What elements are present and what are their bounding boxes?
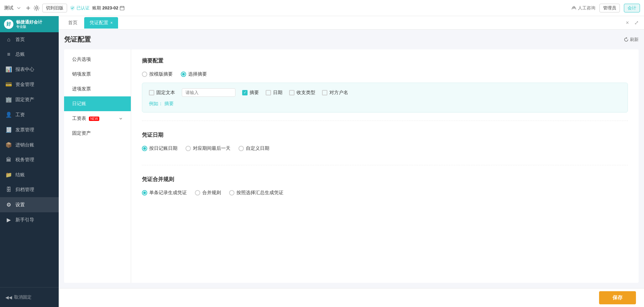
- summary-options-box: 固定文本 ✓ 摘要 日期: [142, 83, 628, 113]
- refresh-icon: [624, 37, 629, 42]
- sidebar-item-closing[interactable]: 📁 结账: [0, 167, 59, 182]
- config-nav-public[interactable]: 公共选项: [64, 52, 131, 67]
- sidebar-item-purchase-sales[interactable]: 📦 进销台账: [0, 137, 59, 152]
- verified-label: 已认证: [76, 5, 90, 11]
- radio-template-summary[interactable]: 按模版摘要: [142, 71, 173, 77]
- fullscreen-btn[interactable]: ⤢: [633, 18, 640, 27]
- checkbox-summary[interactable]: ✓ 摘要: [242, 90, 259, 96]
- bottom-bar: 保存: [59, 288, 644, 307]
- salary-icon: 👤: [5, 112, 12, 118]
- logo-icon: 好: [4, 19, 13, 29]
- sidebar-item-home[interactable]: ⌂ 首页: [0, 32, 59, 47]
- assets-icon: 🏢: [5, 96, 12, 103]
- sidebar-item-salary[interactable]: 👤 工资: [0, 107, 59, 122]
- radio-merge-rule[interactable]: 合并规则: [195, 190, 221, 196]
- invoices-icon: 🧾: [5, 127, 12, 133]
- tabs-right: × ⤢: [625, 18, 640, 27]
- sidebar-collapse-btn[interactable]: ◀◀ 取消固定: [0, 291, 59, 304]
- ledger-icon: ≡: [5, 51, 12, 57]
- top-header: 测试 切到旧版 已认证 账期 2023-02: [0, 0, 644, 16]
- add-icon[interactable]: [25, 5, 31, 11]
- sidebar-label-archive: 归档管理: [15, 187, 34, 193]
- verified-badge: 已认证: [70, 5, 90, 11]
- config-nav-sales[interactable]: 销项发票: [64, 67, 131, 82]
- sidebar-label-purchase-sales: 进销台账: [15, 142, 34, 148]
- consult-label: 人工咨询: [578, 5, 595, 11]
- merge-rules-section: 凭证合并规则 单条记录生成凭证 合并规则: [142, 176, 628, 209]
- logo-line1: 畅捷通好会计: [16, 19, 42, 25]
- date-checkbox: [266, 90, 271, 95]
- sidebar-label-closing: 结账: [15, 172, 25, 178]
- purchase-sales-icon: 📦: [5, 142, 12, 148]
- close-panel-btn[interactable]: ×: [625, 18, 630, 27]
- chevron-down-icon: [119, 117, 123, 121]
- old-version-btn[interactable]: 切到旧版: [42, 4, 67, 12]
- sidebar-label-invoices: 发票管理: [15, 127, 34, 133]
- dropdown-icon[interactable]: [16, 5, 21, 11]
- settings-icon[interactable]: [34, 5, 40, 11]
- manager-btn[interactable]: 管理员: [599, 4, 620, 12]
- sidebar-item-settings[interactable]: ⚙ 设置: [0, 197, 59, 212]
- sidebar-label-salary: 工资: [15, 112, 25, 118]
- example-text: 例如： 摘要: [149, 101, 621, 107]
- save-btn[interactable]: 保存: [599, 291, 636, 304]
- tabs-bar: 首页 凭证配置 × × ⤢: [59, 16, 644, 30]
- closing-icon: 📁: [5, 172, 12, 178]
- headset-icon: [571, 5, 577, 11]
- checkbox-fixed-text[interactable]: 固定文本: [149, 90, 175, 96]
- logo-line2: 专业版: [16, 25, 42, 29]
- tab-home[interactable]: 首页: [63, 17, 83, 29]
- sidebar-item-guide[interactable]: ▶ 新手引导: [0, 212, 59, 227]
- config-nav-payroll[interactable]: 工资表 NEW: [64, 111, 131, 126]
- svg-rect-1: [120, 6, 124, 10]
- company-name: 测试: [4, 5, 13, 11]
- calendar-icon[interactable]: [120, 6, 124, 10]
- checkbox-date[interactable]: 日期: [266, 90, 282, 96]
- merge-rules-title: 凭证合并规则: [142, 176, 628, 183]
- config-nav-fixed-assets[interactable]: 固定资产: [64, 126, 131, 141]
- page-header: 凭证配置 刷新: [64, 35, 639, 44]
- fixed-text-input[interactable]: [182, 88, 235, 97]
- checkbox-income-type[interactable]: 收支类型: [289, 90, 315, 96]
- consult-btn[interactable]: 人工咨询: [571, 5, 595, 11]
- sidebar-scroll: ⌂ 首页 ≡ 总账 📊 报表中心 💳 资金管理 🏢 固定资产 👤 工资: [0, 32, 59, 287]
- sidebar-item-reports[interactable]: 📊 报表中心: [0, 62, 59, 77]
- sidebar-label-assets: 固定资产: [15, 97, 34, 103]
- summary-radio-group: 按模版摘要 选择摘要: [142, 71, 628, 77]
- home-icon: ⌂: [5, 37, 12, 43]
- tab-close-icon[interactable]: ×: [110, 20, 113, 25]
- radio-custom-date[interactable]: 自定义日期: [238, 145, 269, 151]
- sidebar-item-funds[interactable]: 💳 资金管理: [0, 77, 59, 92]
- sidebar-item-archive[interactable]: 🗄 归档管理: [0, 182, 59, 197]
- summary-options-row: 固定文本 ✓ 摘要 日期: [149, 88, 621, 97]
- radio-aggregate[interactable]: 按照选择汇总生成凭证: [229, 190, 283, 196]
- page-title: 凭证配置: [64, 35, 91, 44]
- counterpart-checkbox: [322, 90, 327, 95]
- page-content: 凭证配置 刷新 公共选项 销项发票: [59, 30, 644, 288]
- merge-rules-radio-group: 单条记录生成凭证 合并规则 按照选择汇总生成凭证: [142, 190, 628, 196]
- tax-icon: 🏛: [5, 157, 12, 163]
- settings-sidebar-icon: ⚙: [5, 202, 12, 208]
- checkbox-counterpart[interactable]: 对方户名: [322, 90, 348, 96]
- summary-config-section: 摘要配置 按模版摘要 选择摘要: [142, 57, 628, 121]
- sidebar-item-ledger[interactable]: ≡ 总账: [0, 47, 59, 62]
- single-record-circle: [142, 190, 147, 195]
- sidebar-label-reports: 报表中心: [15, 67, 34, 73]
- radio-by-journal-date[interactable]: 按日记账日期: [142, 145, 177, 151]
- radio-select-summary[interactable]: 选择摘要: [181, 71, 207, 77]
- sidebar-label-settings: 设置: [15, 202, 25, 208]
- sidebar-label-home: 首页: [15, 37, 25, 43]
- config-nav-journal[interactable]: 日记账: [64, 96, 131, 111]
- radio-period-last-day[interactable]: 对应期间最后一天: [185, 145, 230, 151]
- voucher-date-title: 凭证日期: [142, 132, 628, 139]
- sidebar-item-tax[interactable]: 🏛 税务管理: [0, 152, 59, 167]
- accountant-btn[interactable]: 会计: [624, 4, 640, 12]
- sidebar-item-assets[interactable]: 🏢 固定资产: [0, 92, 59, 107]
- new-badge: NEW: [89, 117, 99, 121]
- config-nav-purchase[interactable]: 进项发票: [64, 82, 131, 96]
- fixed-text-checkbox: [149, 90, 154, 95]
- radio-single-record[interactable]: 单条记录生成凭证: [142, 190, 187, 196]
- refresh-btn[interactable]: 刷新: [624, 37, 639, 43]
- tab-config[interactable]: 凭证配置 ×: [84, 17, 118, 29]
- sidebar-item-invoices[interactable]: 🧾 发票管理: [0, 122, 59, 137]
